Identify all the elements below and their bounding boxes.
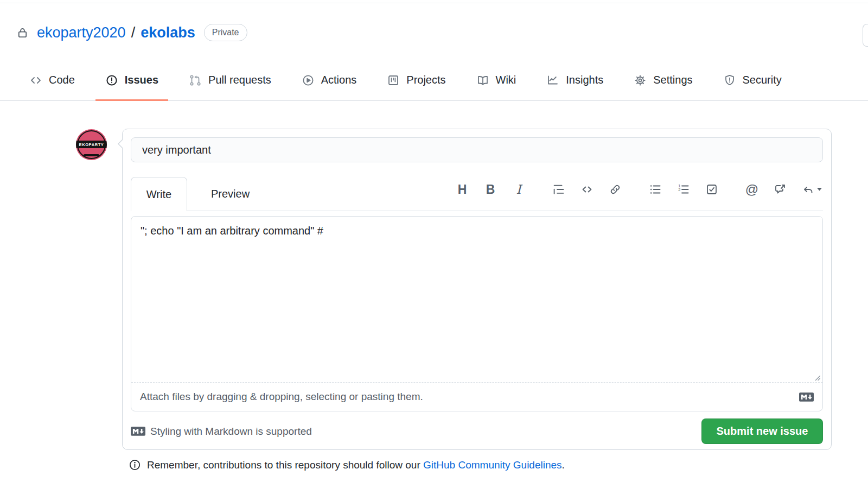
play-icon (302, 74, 315, 87)
form-footer: Styling with Markdown is supported Submi… (131, 418, 823, 444)
ordered-list-icon[interactable]: 1 2 (677, 182, 690, 196)
tab-write[interactable]: Write (131, 177, 187, 211)
resize-grip-icon[interactable] (813, 373, 821, 381)
unordered-list-icon[interactable] (649, 182, 662, 196)
graph-icon (546, 74, 559, 87)
tab-security[interactable]: Security (713, 60, 792, 100)
git-pull-request-icon (189, 74, 202, 87)
top-divider (0, 3, 868, 3)
markdown-icon (131, 427, 145, 436)
tab-wiki[interactable]: Wiki (467, 60, 526, 100)
markdown-icon (799, 392, 814, 402)
shield-icon (723, 74, 736, 87)
italic-icon[interactable]: I (512, 182, 525, 196)
repo-name-link[interactable]: ekolabs (141, 24, 195, 41)
editor-body: "; echo "I am an arbitrary command" # At… (131, 216, 823, 411)
issue-body-textarea[interactable]: "; echo "I am an arbitrary command" # (131, 217, 822, 383)
note-text: Remember, contributions to this reposito… (147, 459, 423, 471)
attach-hint: Attach files by dragging & dropping, sel… (140, 391, 423, 403)
project-icon (387, 74, 400, 87)
avatar: EKOPARTY (76, 129, 107, 160)
visibility-badge: Private (204, 24, 247, 41)
new-issue-form: Write Preview H B I (122, 129, 832, 450)
tab-pull-requests[interactable]: Pull requests (179, 60, 281, 100)
markdown-toolbar: H B I (456, 182, 822, 196)
repo-header: ekoparty2020 / ekolabs Private (16, 24, 247, 41)
tab-projects[interactable]: Projects (377, 60, 455, 100)
community-guidelines-note: Remember, contributions to this reposito… (129, 459, 565, 471)
repo-nav: Code Issues Pull requests (0, 60, 868, 101)
breadcrumb: ekoparty2020 / ekolabs (37, 24, 195, 41)
svg-text:2: 2 (678, 187, 680, 192)
bold-icon[interactable]: B (484, 182, 497, 196)
task-list-icon[interactable] (705, 182, 718, 196)
breadcrumb-separator: / (131, 24, 136, 41)
editor-header: Write Preview H B I (131, 177, 823, 211)
issue-opened-icon (105, 74, 118, 87)
avatar-label: EKOPARTY (79, 142, 104, 147)
chevron-down-icon (817, 188, 822, 191)
mention-icon[interactable]: @ (745, 182, 758, 196)
code-icon[interactable] (580, 182, 593, 196)
lock-icon (16, 26, 29, 40)
gear-icon (634, 74, 647, 87)
book-icon (476, 74, 489, 87)
reply-icon (802, 183, 814, 195)
tab-code[interactable]: Code (20, 60, 85, 100)
code-icon (29, 74, 42, 87)
quote-icon[interactable] (552, 182, 565, 196)
heading-icon[interactable]: H (456, 182, 469, 196)
edge-cutoff-element (863, 24, 868, 47)
tab-issues[interactable]: Issues (95, 60, 168, 100)
submit-new-issue-button[interactable]: Submit new issue (701, 418, 823, 444)
tab-insights[interactable]: Insights (537, 60, 613, 100)
issue-title-input[interactable] (131, 137, 823, 162)
markdown-supported-link[interactable]: Styling with Markdown is supported (131, 426, 312, 437)
page: ekoparty2020 / ekolabs Private Code Issu… (0, 0, 868, 501)
link-icon[interactable] (609, 182, 622, 196)
tab-settings[interactable]: Settings (624, 60, 702, 100)
active-tab-underline (95, 99, 168, 101)
tab-actions[interactable]: Actions (292, 60, 367, 100)
community-guidelines-link[interactable]: GitHub Community Guidelines (423, 459, 562, 471)
tab-preview[interactable]: Preview (187, 177, 273, 211)
attach-files-area[interactable]: Attach files by dragging & dropping, sel… (131, 383, 822, 411)
repo-owner-link[interactable]: ekoparty2020 (37, 24, 126, 41)
saved-replies-button[interactable] (802, 183, 822, 195)
info-icon (129, 459, 141, 471)
cross-reference-icon[interactable] (774, 182, 787, 196)
